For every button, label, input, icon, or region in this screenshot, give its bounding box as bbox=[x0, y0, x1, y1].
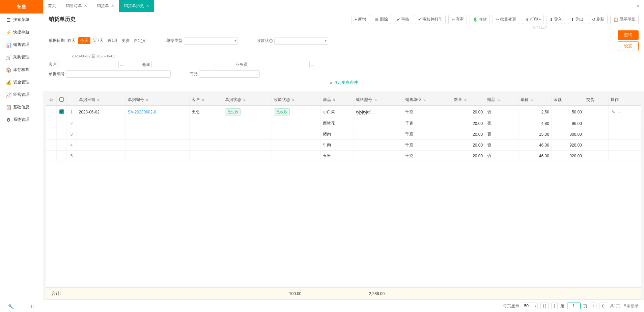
sidebar-collapse-btn[interactable]: ⏸ bbox=[30, 304, 35, 309]
cell-doc-date: 2023-06-02 bbox=[77, 106, 125, 118]
set-button[interactable]: 设置 bbox=[618, 41, 639, 51]
cell-checkbox[interactable] bbox=[56, 140, 66, 151]
export-button[interactable]: ⬆ 导出 bbox=[568, 15, 586, 24]
cell-spec bbox=[354, 140, 403, 151]
sidebar-item-finance-mgmt[interactable]: 💰 资金管理 bbox=[0, 76, 43, 88]
prev-page-btn[interactable]: ⟨ bbox=[551, 303, 558, 309]
sidebar-item-sales-mgmt[interactable]: 📊 销售管理 bbox=[0, 38, 43, 51]
col-unit-price[interactable]: 单价 ⇅ bbox=[518, 94, 551, 106]
cell-checkbox[interactable] bbox=[56, 129, 66, 140]
cell-pay-status bbox=[272, 151, 320, 161]
more-action-icon[interactable]: ⋯ bbox=[617, 109, 622, 114]
col-qty[interactable]: 数量 ⇅ bbox=[452, 94, 485, 106]
col-doc-status[interactable]: 单据状态 ⇅ bbox=[223, 94, 272, 106]
pay-status-select[interactable] bbox=[274, 37, 328, 45]
col-settings[interactable]: ⚙ bbox=[46, 94, 56, 106]
cell-qty: 20.00 bbox=[452, 140, 485, 151]
more-btn[interactable]: 更多 bbox=[120, 37, 131, 44]
cell-unit: 千克 bbox=[403, 151, 452, 161]
tab-close-sales-history[interactable]: ✕ bbox=[146, 4, 149, 8]
doc-type-select[interactable] bbox=[184, 37, 238, 45]
next-page-btn[interactable]: ⟩ bbox=[590, 303, 596, 309]
sidebar-item-operations-mgmt[interactable]: 📈 经营管理 bbox=[0, 88, 43, 101]
col-product[interactable]: 商品 ⇅ bbox=[321, 94, 354, 106]
col-doc-date[interactable]: 单据日期 ⇅ bbox=[77, 94, 125, 106]
cell-pay-status: 已收款 bbox=[272, 106, 320, 118]
print-button[interactable]: 🖨 打印 ▾ bbox=[522, 15, 544, 24]
edit-action-icon[interactable]: ✎ bbox=[612, 109, 615, 114]
row-checkbox[interactable] bbox=[59, 109, 64, 114]
today-btn[interactable]: 今天 bbox=[78, 37, 90, 44]
abandon-button[interactable]: ↩ 弃审 bbox=[448, 15, 467, 24]
cell-unit-price: 2.50 bbox=[518, 106, 551, 118]
last7days-btn[interactable]: 近7天 bbox=[92, 37, 105, 44]
audit-print-button[interactable]: ✔ 审核并打印 bbox=[415, 15, 446, 24]
cell-checkbox[interactable] bbox=[56, 118, 66, 129]
salesperson-label: 业务员 bbox=[235, 62, 248, 68]
pagination: 每页显示 50 10 20 100 ⟨⟨ ⟨ 第 页 ⟩ ⟩⟩ 共1页，5条记录 bbox=[43, 300, 644, 312]
col-gift[interactable]: 赠品 ⇅ bbox=[485, 94, 518, 106]
col-pay-status[interactable]: 收款状态 ⇅ bbox=[272, 94, 320, 106]
doc-no-input[interactable] bbox=[66, 70, 171, 78]
custom-btn[interactable]: 自定义 bbox=[133, 37, 147, 44]
add-button[interactable]: + 新增 bbox=[352, 15, 369, 24]
yesterday-btn[interactable]: 昨天 bbox=[66, 37, 77, 44]
cell-gift: 否 bbox=[485, 140, 518, 151]
doc-no-link[interactable]: SA-20230602-0 bbox=[128, 110, 156, 114]
customer-picker-btn[interactable]: ... bbox=[120, 62, 123, 67]
col-doc-no[interactable]: 单据编号 ⇅ bbox=[125, 94, 190, 106]
import-button[interactable]: ⬇ 导入 bbox=[547, 15, 565, 24]
query-button[interactable]: 查询 bbox=[618, 30, 639, 40]
cell-product: 西兰花 bbox=[321, 118, 354, 129]
select-all-checkbox[interactable] bbox=[59, 97, 64, 102]
sort-customer-icon: ⇅ bbox=[202, 98, 204, 102]
cell-qty: 20.00 bbox=[452, 118, 485, 129]
refresh-button[interactable]: ↺ 刷新 bbox=[589, 15, 608, 24]
doc-no-label: 单据编号 bbox=[49, 71, 65, 77]
product-picker-btn[interactable]: ... bbox=[261, 72, 264, 76]
collapse-button[interactable]: ∧ 收起更多条件 bbox=[327, 79, 361, 86]
sidebar-label: 系统管理 bbox=[13, 117, 29, 123]
tab-home[interactable]: 首页 bbox=[43, 0, 61, 12]
doc-type-filter: 单据类型 bbox=[166, 37, 238, 45]
sidebar-item-inventory[interactable]: 🏠 库存核算 bbox=[0, 63, 43, 76]
warehouse-input[interactable] bbox=[151, 61, 212, 68]
first-page-btn[interactable]: ⟨⟨ bbox=[540, 303, 549, 309]
sidebar-item-search-menu[interactable]: ☰ 搜索菜单 bbox=[0, 14, 43, 26]
warehouse-label: 仓库 bbox=[142, 62, 150, 68]
batch-change-button[interactable]: ✏ 批量变更 bbox=[493, 15, 519, 24]
show-detail-button[interactable]: 📋 显示明细 bbox=[610, 15, 639, 24]
salesperson-picker-btn[interactable]: ... bbox=[311, 62, 314, 67]
last-page-btn[interactable]: ⟩⟩ bbox=[599, 303, 607, 309]
sidebar-item-purchase-mgmt[interactable]: 🛒 采购管理 bbox=[0, 51, 43, 63]
tab-sales-order[interactable]: 销售订单 ✕ bbox=[61, 0, 92, 12]
last1month-btn[interactable]: 近1月 bbox=[106, 37, 119, 44]
audit-button[interactable]: ✔ 审核 bbox=[394, 15, 412, 24]
warehouse-picker-btn[interactable]: ... bbox=[214, 62, 217, 67]
tab-sales-history[interactable]: 销货单历史 ✕ bbox=[119, 0, 154, 12]
tabs-close-all[interactable]: ✕ bbox=[633, 4, 644, 8]
col-spec[interactable]: 规格型号 ⇅ bbox=[354, 94, 403, 106]
customer-input[interactable] bbox=[58, 61, 119, 68]
current-page-input[interactable] bbox=[567, 303, 581, 309]
cell-checkbox[interactable] bbox=[56, 106, 66, 118]
sidebar-settings-btn[interactable]: 🔧 bbox=[8, 304, 14, 309]
per-page-select[interactable]: 50 10 20 100 bbox=[522, 303, 538, 309]
table-scroll[interactable]: ⚙ 单据日期 ⇅ 单据编号 ⇅ bbox=[46, 94, 641, 287]
tab-close-sales-delivery[interactable]: ✕ bbox=[111, 4, 114, 8]
total-info: 共1页，5条记录 bbox=[610, 303, 639, 309]
salesperson-input[interactable] bbox=[249, 61, 310, 68]
collect-button[interactable]: 💲 收款 bbox=[470, 15, 490, 24]
cell-checkbox[interactable] bbox=[56, 151, 66, 161]
cell-amount: 300.00 bbox=[551, 129, 584, 140]
sidebar-item-system-mgmt[interactable]: ⚙ 系统管理 bbox=[0, 113, 43, 126]
tab-close-sales-order[interactable]: ✕ bbox=[84, 4, 87, 8]
product-input[interactable] bbox=[199, 70, 260, 78]
col-unit[interactable]: 销售单位 ⇅ bbox=[403, 94, 452, 106]
tab-sales-delivery[interactable]: 销货单 ✕ bbox=[92, 0, 119, 12]
col-customer[interactable]: 客户 ⇅ bbox=[190, 94, 223, 106]
sidebar-item-quick-nav[interactable]: ⚡ 快捷导航 bbox=[0, 26, 43, 38]
cell-action bbox=[609, 151, 641, 161]
delete-button[interactable]: 🗑 删除 bbox=[372, 15, 391, 24]
sidebar-item-basic-info[interactable]: 📋 基础信息 bbox=[0, 101, 43, 113]
